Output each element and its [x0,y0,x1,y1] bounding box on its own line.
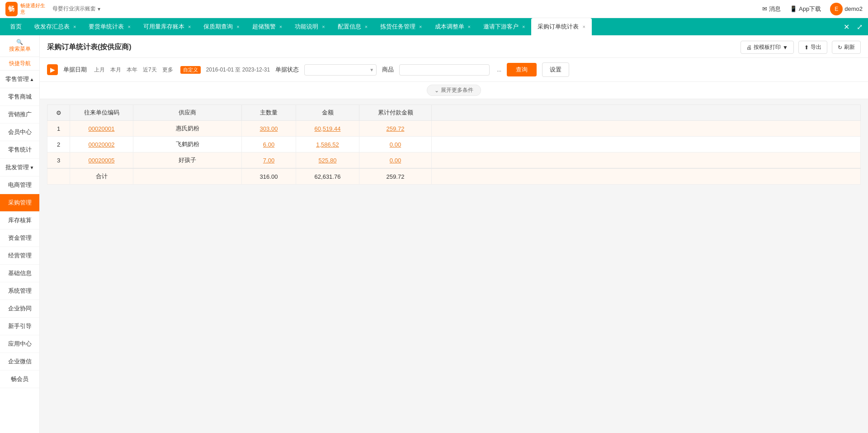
paid-link[interactable]: 0.00 [390,157,401,164]
sidebar-label: 零售管理 [5,75,29,83]
close-icon[interactable]: × [522,24,525,29]
code-link[interactable]: 00020002 [89,141,115,148]
more-dates-btn[interactable]: 更多 [160,65,175,75]
sidebar-item-app-center[interactable]: 应用中心 [0,335,39,353]
this-year-btn[interactable]: 本年 [125,65,139,75]
filter-toggle-btn[interactable]: ▶ [47,64,58,75]
qty-link[interactable]: 7.00 [263,157,274,164]
sidebar-item-purchase-mgmt[interactable]: 采购管理 [0,194,39,212]
print-template-button[interactable]: 🖨 按模板打印 ▼ [741,41,794,54]
more-filter-icon[interactable]: ... [497,67,501,73]
table-row: 1 00020001 惠氏奶粉 303.00 60,519.44 259.72 [47,121,861,137]
paid-link[interactable]: 0.00 [390,141,401,148]
sidebar-item-ecommerce[interactable]: 电商管理 [0,176,39,194]
status-select[interactable] [304,64,377,76]
sidebar-label: 电商管理 [8,181,32,188]
sidebar-item-member-center[interactable]: 会员中心 [0,124,39,141]
tab-label: 要货单统计表 [89,23,124,31]
sidebar-item-new-guide[interactable]: 新手引导 [0,318,39,335]
tab-label: 功能说明 [295,23,318,31]
restore-tab-icon[interactable]: ⤢ [855,21,864,33]
close-icon[interactable]: × [279,24,282,29]
close-icon[interactable]: × [365,24,368,29]
cell-index: 2 [47,137,70,152]
cell-supplier: 飞鹤奶粉 [133,137,242,152]
sidebar-item-enterprise-collab[interactable]: 企业协同 [0,300,39,318]
query-button[interactable]: 查询 [507,63,537,76]
footer-label-col: 合计 [70,168,133,185]
code-link[interactable]: 00020005 [89,157,115,164]
close-icon[interactable]: × [322,24,325,29]
custom-date-badge[interactable]: 自定义 [180,66,201,74]
sidebar-item-system-mgmt[interactable]: 系统管理 [0,282,39,300]
qty-link[interactable]: 6.00 [263,141,274,148]
refresh-button[interactable]: ↻ 刷新 [832,41,861,54]
workspace-name: 母婴行业演示账套 [52,5,96,13]
settings-icon[interactable]: ⚙ [56,109,61,116]
sidebar-item-business-mgmt[interactable]: 经营管理 [0,247,39,265]
7days-btn[interactable]: 近7天 [141,65,159,75]
sidebar-item-enterprise-wechat[interactable]: 企业微信 [0,353,39,371]
sidebar-search[interactable]: 🔍 搜索菜单 [0,35,39,57]
amount-link[interactable]: 60,519.44 [315,125,341,132]
top-bar: 畅 畅捷通好生意 母婴行业演示账套 ▾ ✉ 消息 📱 App下载 E demo2 [0,0,868,18]
tab-overstock-warning[interactable]: 超储预警 × [246,18,288,35]
close-icon[interactable]: × [468,24,471,29]
sidebar-item-retail-stats[interactable]: 零售统计 [0,141,39,159]
tab-order-stats[interactable]: 要货单统计表 × [82,18,137,35]
chevron-down-icon: ⌄ [434,87,439,94]
tab-config-info[interactable]: 配置信息 × [331,18,374,35]
footer-row: 合计 316.00 62,631.76 259.72 [47,168,861,185]
expand-more-btn[interactable]: ⌄ 展开更多条件 [427,85,481,96]
tab-warranty-query[interactable]: 保质期查询 × [197,18,245,35]
app-download-btn[interactable]: 📱 App下载 [790,5,821,13]
tab-available-stock[interactable]: 可用量库存账本 × [137,18,197,35]
this-month-btn[interactable]: 本月 [108,65,123,75]
sidebar-label: 系统管理 [8,287,32,294]
user-area[interactable]: E demo2 [830,3,863,15]
sidebar: 🔍 搜索菜单 快捷导航 零售管理 ▲ 零售商城 营销推广 会员中心 零售统计 批… [0,35,40,433]
close-icon[interactable]: × [236,24,239,29]
logo-icon: 畅 [5,2,18,16]
sidebar-item-chang-member[interactable]: 畅会员 [0,371,39,388]
sidebar-item-marketing[interactable]: 营销推广 [0,106,39,124]
sidebar-item-basic-info[interactable]: 基础信息 [0,265,39,282]
sidebar-item-finance[interactable]: 资金管理 [0,229,39,247]
sidebar-quicknav[interactable]: 快捷导航 [0,57,39,71]
close-icon[interactable]: × [127,24,130,29]
sidebar-item-retail-mgmt[interactable]: 零售管理 ▲ [0,71,39,88]
export-button[interactable]: ⬆ 导出 [798,41,827,54]
amount-link[interactable]: 1,586.52 [316,141,339,148]
status-label: 单据状态 [275,66,299,74]
close-all-tabs-icon[interactable]: ✕ [842,21,851,33]
qty-link[interactable]: 303.00 [260,125,278,132]
page-title: 采购订单统计表(按供应商) [47,43,132,52]
col-settings-header[interactable]: ⚙ [47,105,70,121]
tab-home[interactable]: 首页 [4,18,28,35]
message-btn[interactable]: ✉ 消息 [762,5,781,13]
tab-function-desc[interactable]: 功能说明 × [288,18,331,35]
last-month-btn[interactable]: 上月 [92,65,107,75]
sidebar-item-wholesale-mgmt[interactable]: 批发管理 ▼ [0,159,39,176]
settings-button[interactable]: 设置 [542,62,569,77]
sidebar-item-stock-check[interactable]: 库存核算 [0,212,39,229]
tab-cost-adjust[interactable]: 成本调整单 × [429,18,477,35]
footer-extra-col [432,168,861,185]
tab-purchase-stats[interactable]: 采购订单统计表 × [531,18,591,35]
tab-label: 拣货任务管理 [380,23,415,31]
close-icon[interactable]: × [73,24,76,29]
cell-paid: 0.00 [359,137,432,152]
paid-link[interactable]: 259.72 [387,125,405,132]
tab-receive-send[interactable]: 收发存汇总表 × [28,18,82,35]
tab-pick-task[interactable]: 拣货任务管理 × [374,18,428,35]
code-link[interactable]: 00020001 [89,125,115,132]
close-icon[interactable]: × [188,24,191,29]
tab-invite-customer[interactable]: 邀请下游客户 × [477,18,531,35]
close-icon[interactable]: × [419,24,422,29]
workspace-selector[interactable]: 母婴行业演示账套 ▾ [52,5,100,13]
goods-input[interactable] [399,64,490,76]
close-icon[interactable]: × [582,24,585,29]
amount-link[interactable]: 525.80 [319,157,337,164]
sidebar-item-retail-shop[interactable]: 零售商城 [0,88,39,106]
cell-supplier: 惠氏奶粉 [133,121,242,137]
